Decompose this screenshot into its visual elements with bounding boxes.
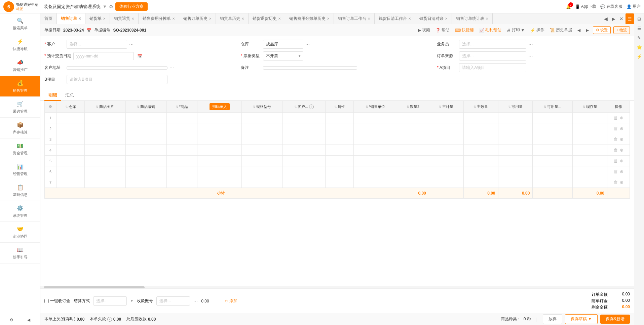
- method-input[interactable]: 选择...: [93, 296, 127, 306]
- row-4-available-more[interactable]: [533, 145, 573, 156]
- save-new-btn[interactable]: 保存&新增: [600, 315, 630, 324]
- tab-daily-workspace[interactable]: 钱货日清工作台 ✕: [375, 13, 415, 24]
- row-3-image[interactable]: [85, 134, 126, 145]
- a-project-input[interactable]: 请输入A项目: [459, 63, 526, 72]
- row-5-available[interactable]: [498, 156, 533, 166]
- discard-btn[interactable]: 放弃: [543, 314, 562, 324]
- tab-close-order-workspace[interactable]: ✕: [368, 17, 370, 21]
- sidebar-item-quick[interactable]: ⚡ 快捷导航: [0, 34, 40, 55]
- row-1-available-more[interactable]: [533, 113, 573, 123]
- remark-input[interactable]: [263, 66, 357, 70]
- warehouse-more-icon[interactable]: ···: [305, 42, 310, 47]
- nav-next-btn[interactable]: ▶: [584, 27, 590, 33]
- row-7-copy-icon[interactable]: ⊕: [620, 180, 623, 185]
- tab-close-order-history[interactable]: ✕: [209, 17, 212, 21]
- row-6-available-more[interactable]: [533, 166, 573, 177]
- sidebar-item-purchase[interactable]: 🛒 采购管理: [0, 97, 40, 118]
- row-6-qty2[interactable]: [397, 166, 429, 177]
- user-avatar[interactable]: 👤 用户: [627, 4, 641, 9]
- row-2-available[interactable]: [498, 123, 533, 134]
- row-2-delete-icon[interactable]: 🗑: [613, 126, 618, 131]
- row-4-scan[interactable]: [197, 145, 241, 156]
- sidebar-item-guide[interactable]: 📖 新手引导: [0, 243, 40, 263]
- row-1-product[interactable]: [166, 113, 197, 123]
- tab-close-reconcile[interactable]: ✕: [445, 17, 448, 21]
- tab-menu-btn[interactable]: ☰: [626, 13, 634, 24]
- sort-attribute-icon[interactable]: ⇅: [334, 105, 337, 109]
- tab-prev-btn[interactable]: ◀: [602, 13, 610, 24]
- row-1-qty2[interactable]: [397, 113, 429, 123]
- sort-product-icon[interactable]: ⇅: [176, 105, 179, 109]
- row-5-delete-icon[interactable]: 🗑: [613, 158, 618, 163]
- row-6-code[interactable]: [125, 166, 166, 177]
- customer-address-input[interactable]: [67, 66, 167, 70]
- row-5-product[interactable]: [166, 156, 197, 166]
- sort-spec-icon[interactable]: ⇅: [253, 105, 256, 109]
- row-2-unit[interactable]: [354, 123, 397, 134]
- sidebar-settings-icon[interactable]: ⚙: [10, 318, 13, 322]
- row-3-attribute[interactable]: [326, 134, 354, 145]
- current-owing-info-icon[interactable]: i: [107, 317, 112, 322]
- row-6-scan[interactable]: [197, 166, 241, 177]
- tab-order-workspace[interactable]: 销售订单工作台 ✕: [334, 13, 375, 24]
- salesperson-more-icon[interactable]: ···: [528, 42, 533, 47]
- order-source-input[interactable]: 选择...: [459, 51, 526, 60]
- row-3-scan[interactable]: [197, 134, 241, 145]
- profit-btn[interactable]: 📈 毛利预估: [478, 27, 503, 34]
- sidebar-item-operations[interactable]: 📊 经营管理: [0, 159, 40, 180]
- row-2-code[interactable]: [125, 123, 166, 134]
- row-5-main-unit[interactable]: [429, 156, 463, 166]
- row-7-available-more[interactable]: [533, 177, 573, 188]
- row-7-available[interactable]: [498, 177, 533, 188]
- row-7-scan[interactable]: [197, 177, 241, 188]
- row-2-spec[interactable]: [242, 123, 283, 134]
- industry-btn[interactable]: 体验行业方案: [115, 2, 148, 11]
- row-2-copy-icon[interactable]: ⊕: [620, 126, 623, 131]
- row-6-warehouse[interactable]: [56, 166, 85, 177]
- row-6-unit[interactable]: [354, 166, 397, 177]
- row-1-copy-icon[interactable]: ⊕: [620, 115, 623, 120]
- col-settings-icon[interactable]: ⚙: [47, 105, 53, 109]
- row-3-main-unit[interactable]: [429, 134, 463, 145]
- tab-reconcile[interactable]: 钱货日清对账 ✕: [415, 13, 452, 24]
- tab-close-sales-return[interactable]: ✕: [131, 17, 134, 21]
- history-btn[interactable]: 📜 历史单据: [548, 27, 573, 34]
- row-6-main-qty[interactable]: [463, 166, 498, 177]
- row-2-warehouse[interactable]: [56, 123, 85, 134]
- row-1-unit[interactable]: [354, 113, 397, 123]
- row-5-copy-icon[interactable]: ⊕: [620, 158, 623, 163]
- row-2-product[interactable]: [166, 123, 197, 134]
- online-service[interactable]: 💬 在线客服: [600, 4, 622, 9]
- detail-tab-summary[interactable]: 汇总: [61, 90, 78, 101]
- notification-bell[interactable]: 🔔 9: [566, 4, 571, 9]
- row-7-image[interactable]: [85, 177, 126, 188]
- row-2-available-more[interactable]: [533, 123, 573, 134]
- salesperson-input[interactable]: 选择...: [459, 40, 526, 49]
- shortcut-btn[interactable]: ⌨ 快捷键: [454, 27, 475, 34]
- row-7-code[interactable]: [125, 177, 166, 188]
- row-1-delete-icon[interactable]: 🗑: [613, 115, 618, 120]
- sort-main-unit-icon[interactable]: ⇅: [439, 105, 442, 109]
- row-7-product[interactable]: [166, 177, 197, 188]
- row-4-available[interactable]: [498, 145, 533, 156]
- setup-btn[interactable]: ⚙ 设置: [593, 26, 611, 34]
- row-4-current-stock[interactable]: [573, 145, 607, 156]
- row-1-main-qty[interactable]: [463, 113, 498, 123]
- tab-sales-invoice[interactable]: 销货单 ✕: [85, 13, 110, 24]
- sort-code-icon[interactable]: ⇅: [137, 105, 140, 109]
- tab-close-daily-workspace[interactable]: ✕: [408, 17, 411, 21]
- customer-code-info-icon[interactable]: i: [309, 105, 314, 109]
- row-5-main-qty[interactable]: [463, 156, 498, 166]
- add-item-btn[interactable]: + 物流: [613, 26, 630, 34]
- tab-close-expense-history[interactable]: ✕: [327, 17, 330, 21]
- sort-main-qty-icon[interactable]: ⇅: [473, 105, 476, 109]
- row-4-attribute[interactable]: [326, 145, 354, 156]
- sort-qty2-icon[interactable]: ⇅: [407, 105, 409, 109]
- one-click-checkbox-input[interactable]: [44, 299, 49, 303]
- right-panel-btn-3[interactable]: ✎: [635, 34, 643, 42]
- sidebar-item-system[interactable]: ⚙️ 系统管理: [0, 201, 40, 222]
- row-2-main-unit[interactable]: [429, 123, 463, 134]
- sidebar-item-info[interactable]: 📋 基础信息: [0, 180, 40, 201]
- account-input[interactable]: 选择...: [156, 296, 190, 306]
- sort-image-icon[interactable]: ⇅: [96, 105, 99, 109]
